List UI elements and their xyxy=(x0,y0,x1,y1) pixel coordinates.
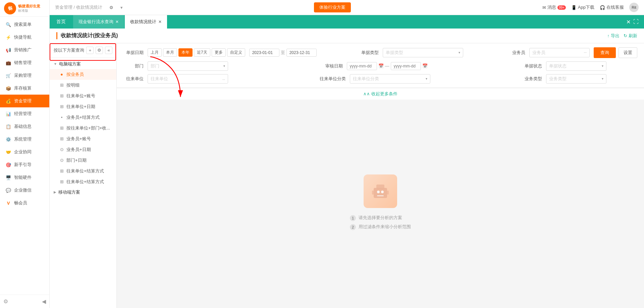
group-expand-icon-mobile: ▶ xyxy=(54,190,56,194)
partner-label: 往来单位 xyxy=(123,76,144,82)
inventory-icon: 📦 xyxy=(5,85,11,91)
last-month-btn[interactable]: 上月 xyxy=(148,48,162,57)
scheme-group-mobile: ▶ 移动端方案 xyxy=(50,187,116,197)
sidebar-nav: 🔍 搜索菜单 ⚡ 快捷导航 📢 营销推广 💼 销售管理 🛒 采购管理 📦 库存核… xyxy=(0,17,49,295)
scheme-group-title-desktop[interactable]: ▼ 电脑端方案 xyxy=(50,59,116,69)
sidebar-item-business[interactable]: 📊 经营管理 xyxy=(0,107,49,120)
scheme-item-dept-date[interactable]: ⊙ 部门+日期 xyxy=(50,155,116,166)
online-service-btn[interactable]: 🎧 在线客服 xyxy=(600,4,624,10)
scheme-item-salesperson-date[interactable]: ⊙ 业务员+日期 xyxy=(50,144,116,155)
calendar-icon-to[interactable]: 📅 xyxy=(422,63,428,68)
export-btn[interactable]: ↑ 导出 xyxy=(607,33,620,39)
tab-maximize-icon[interactable]: ⛶ xyxy=(633,19,639,25)
robot-illustration xyxy=(370,181,390,201)
scheme-item-partner-settle1[interactable]: ⊞ 往来单位+结算方式 xyxy=(50,166,116,176)
custom-date-btn[interactable]: 自定义 xyxy=(227,48,245,57)
doc-status-value: 单据状态 xyxy=(549,63,567,69)
settings-filter-btn[interactable]: 设置 xyxy=(619,47,637,58)
sidebar-collapse-icon[interactable]: ◀ xyxy=(42,298,46,305)
header-settings-icon[interactable]: ⚙ xyxy=(106,2,116,12)
biz-type-value: 业务类型 xyxy=(549,76,567,82)
scheme-settings-btn[interactable]: ⚙ xyxy=(96,47,103,54)
page-title: 收款情况统计(按业务员) xyxy=(56,32,118,39)
sidebar-item-corp[interactable]: 🤝 企业协同 xyxy=(0,146,49,158)
tab-close-bank-flow[interactable]: ✕ xyxy=(115,19,119,24)
sidebar-item-finance[interactable]: 💰 资金管理 xyxy=(0,95,49,107)
scheme-item-partner-date[interactable]: ⊞ 往来单位+日期 xyxy=(50,101,116,112)
dept-select[interactable]: 部门 ▾ xyxy=(148,61,228,71)
partner-select[interactable]: 往来单位 ... xyxy=(148,74,228,84)
sidebar-item-basic[interactable]: 📋 基础信息 xyxy=(0,120,49,133)
calendar-icon-from[interactable]: 📅 xyxy=(378,63,384,68)
query-btn[interactable]: 查询 xyxy=(594,47,616,58)
scheme-group-title-mobile[interactable]: ▶ 移动端方案 xyxy=(50,187,116,197)
last7-btn[interactable]: 近7天 xyxy=(194,48,210,57)
doc-type-select[interactable]: 单据类型 ▾ xyxy=(383,48,463,57)
biz-type-select[interactable]: 业务类型 ▾ xyxy=(546,74,606,84)
this-month-btn[interactable]: 本月 xyxy=(163,48,177,57)
scheme-item-salesperson[interactable]: ● 按业务员 xyxy=(50,69,116,80)
scheme-section: ▼ 电脑端方案 ● 按业务员 ⊞ 按明细 ⊞ 往来单位+账号 xyxy=(50,58,116,199)
sidebar-item-member[interactable]: V 畅会员 xyxy=(0,197,49,209)
trial-btn[interactable]: 体验行业方案 xyxy=(314,2,351,12)
date-from-input[interactable] xyxy=(249,49,279,57)
refresh-btn[interactable]: ↻ 刷新 xyxy=(624,33,637,39)
quick-nav-icon: ⚡ xyxy=(5,34,11,40)
tab-receipt-stats[interactable]: 收款情况统计 ✕ xyxy=(125,15,167,29)
messages-btn[interactable]: ✉ 消息 99+ xyxy=(542,4,566,10)
partner-more-icon[interactable]: ... xyxy=(222,77,225,81)
content-body: 按以下方案查询 ＋ ⚙ « ▼ 电脑端方案 ● 按业务员 xyxy=(50,43,644,308)
sidebar-item-purchase[interactable]: 🛒 采购管理 xyxy=(0,69,49,82)
more-date-btn[interactable]: 更多 xyxy=(212,48,226,57)
tab-bank-flow[interactable]: 现金银行流水查询 ✕ xyxy=(73,15,124,29)
collapse-more-btn[interactable]: ∧∧ 收起更多条件 xyxy=(117,88,644,100)
sidebar-item-inventory[interactable]: 📦 库存核算 xyxy=(0,82,49,95)
add-scheme-btn[interactable]: ＋ xyxy=(86,47,94,54)
sidebar-settings-icon[interactable]: ⚙ xyxy=(3,298,8,305)
filter-actions-1: 查询 设置 xyxy=(594,47,637,58)
this-year-btn[interactable]: 本年 xyxy=(178,48,193,57)
date-to-input[interactable] xyxy=(286,49,317,57)
header-right: ✉ 消息 99+ 📱 App下载 🎧 在线客服 Rit xyxy=(542,3,639,12)
logo-icon: 畅 xyxy=(4,2,16,14)
system-icon: ⚙️ xyxy=(5,136,11,142)
svg-point-3 xyxy=(377,191,380,193)
tab-close-all-icon[interactable]: ✕ xyxy=(626,19,631,25)
sidebar-item-marketing[interactable]: 📢 营销推广 xyxy=(0,44,49,56)
scheme-item-detail[interactable]: ⊞ 按明细 xyxy=(50,80,116,91)
sidebar-item-system[interactable]: ⚙️ 系统管理 xyxy=(0,133,49,146)
salesperson-select[interactable]: 业务员 ··· xyxy=(529,48,590,57)
sidebar-item-search[interactable]: 🔍 搜索菜单 xyxy=(0,18,49,31)
messages-badge: 99+ xyxy=(557,5,566,10)
partner-category-value: 往来单位分类 xyxy=(353,76,379,82)
review-date-to-input[interactable] xyxy=(391,62,421,70)
svg-rect-5 xyxy=(377,195,384,196)
scheme-item-partner-dept-recv[interactable]: ⊞ 按往来单位+部门+收... xyxy=(50,123,116,134)
scheme-group-desktop: ▼ 电脑端方案 ● 按业务员 ⊞ 按明细 ⊞ 往来单位+账号 xyxy=(50,59,116,187)
sidebar-item-wechat[interactable]: 💬 企业微信 xyxy=(0,184,49,197)
scheme-item-salesperson-settle[interactable]: ▪ 业务员+结算方式 xyxy=(50,112,116,123)
search-nav-icon: 🔍 xyxy=(5,21,11,28)
sidebar-item-sales[interactable]: 💼 销售管理 xyxy=(0,56,49,69)
empty-illustration xyxy=(364,174,397,208)
review-date-from-input[interactable] xyxy=(347,62,377,70)
dropdown-arrow-icon[interactable]: ▾ xyxy=(120,5,123,10)
scheme-item-partner-settle2[interactable]: ⊞ 往来单位+结算方式 xyxy=(50,176,116,187)
scheme-item-partner-account[interactable]: ⊞ 往来单位+账号 xyxy=(50,91,116,101)
sidebar-item-guide[interactable]: 🎯 新手引导 xyxy=(0,158,49,171)
partner-category-select[interactable]: 往来单位分类 ▾ xyxy=(350,74,430,84)
partner-value: 往来单位 xyxy=(151,76,168,82)
doc-status-select[interactable]: 单据状态 ▾ xyxy=(546,61,606,71)
scheme-item-icon-sd: ⊙ xyxy=(59,147,64,152)
sidebar-item-hardware[interactable]: 🖥️ 智能硬件 xyxy=(0,171,49,184)
sidebar-item-quick-nav[interactable]: ⚡ 快捷导航 xyxy=(0,31,49,44)
scheme-item-salesperson-account[interactable]: ⊞ 业务员+账号 xyxy=(50,134,116,144)
avatar[interactable]: Rit xyxy=(629,3,639,12)
panel-collapse-btn[interactable]: « xyxy=(105,47,112,54)
sales-icon: 💼 xyxy=(5,60,11,66)
tab-home[interactable]: 首页 xyxy=(50,15,72,29)
date-label: 单据日期 xyxy=(123,50,144,56)
app-download-btn[interactable]: 📱 App下载 xyxy=(571,4,594,10)
tab-close-receipt-stats[interactable]: ✕ xyxy=(158,19,162,24)
date-picker-group: 上月 本月 本年 近7天 更多 自定义 xyxy=(148,48,245,57)
